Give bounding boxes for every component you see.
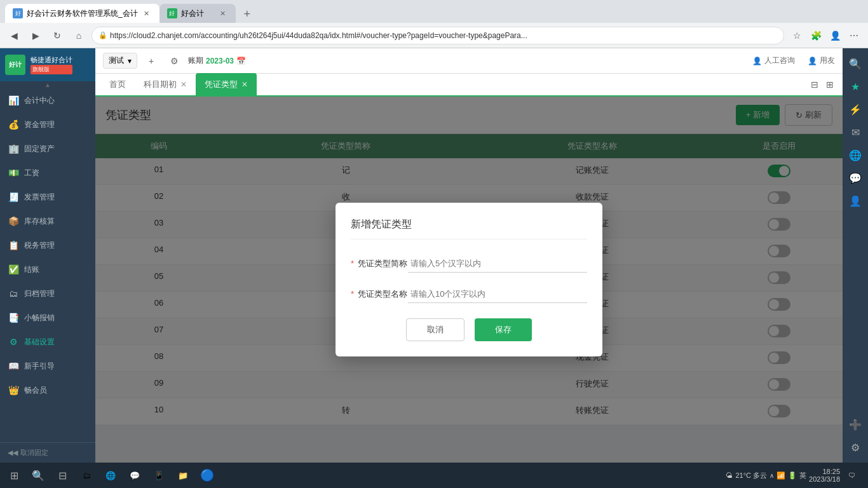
new-tab-button[interactable]: + xyxy=(238,5,256,23)
sidebar-item-guide[interactable]: 📖 新手引导 xyxy=(0,354,95,378)
workspace-select[interactable]: 测试 ▾ xyxy=(103,53,137,69)
sidebar-collapse-btn[interactable]: ◀◀ 取消固定 xyxy=(0,442,95,463)
sidebar-item-tax[interactable]: 📋 税务管理 xyxy=(0,233,95,257)
tray-arrows[interactable]: ∧ xyxy=(770,472,774,479)
tab-title-1: 好会计云财务软件管理系统_会计 xyxy=(27,8,138,19)
url-text: https://cloud2.chanjet.com/accounting/uh… xyxy=(110,31,527,40)
sidebar-item-expense[interactable]: 📑 小畅报销 xyxy=(0,306,95,330)
collapse-label: 取消固定 xyxy=(20,448,48,458)
right-search-btn[interactable]: 🔍 xyxy=(845,53,865,74)
sidebar-item-dashboard[interactable]: 📊 会计中心 xyxy=(0,88,95,112)
sidebar-item-capital[interactable]: 💰 资金管理 xyxy=(0,112,95,137)
form-row-short: * 凭证类型简称 xyxy=(351,255,587,273)
voucher-name-input[interactable] xyxy=(408,285,587,303)
tab-bar: 好 好会计云财务软件管理系统_会计 ✕ 好 好会计 ✕ + xyxy=(0,0,868,23)
url-input[interactable]: 🔒 https://cloud2.chanjet.com/accounting/… xyxy=(92,27,784,44)
right-globe-btn[interactable]: 🌐 xyxy=(845,145,865,165)
tab-subjects-close[interactable]: ✕ xyxy=(180,80,187,89)
taskbar-app-browser[interactable]: 🌐 xyxy=(99,464,122,487)
user-btn[interactable]: 👤 用友 xyxy=(808,55,835,66)
logo-text-container: 畅捷通好合计 旗舰版 xyxy=(31,55,72,74)
page-tabs: 首页 科目期初 ✕ 凭证类型 ✕ ⊟ ⊞ xyxy=(95,74,843,97)
cancel-button[interactable]: 取消 xyxy=(406,318,465,341)
browser-tab-2[interactable]: 好 好会计 ✕ xyxy=(159,4,236,23)
right-user-btn[interactable]: 👤 xyxy=(845,191,865,211)
tab-home[interactable]: 首页 xyxy=(100,73,135,96)
sidebar-item-inventory[interactable]: 📦 库存核算 xyxy=(0,209,95,233)
browser-actions: ☆ 🧩 👤 ⋯ xyxy=(788,27,863,44)
required-star-2: * xyxy=(351,289,354,299)
dashboard-icon: 📊 xyxy=(8,95,19,106)
sidebar-logo: 好计 畅捷通好合计 旗舰版 xyxy=(0,48,95,81)
period-info: 账期 2023-03 📅 xyxy=(188,55,246,66)
extension-btn[interactable]: 🧩 xyxy=(807,27,825,44)
sidebar-label-tax: 税务管理 xyxy=(24,240,55,251)
tab-close-2[interactable]: ✕ xyxy=(218,8,228,18)
profile-btn[interactable]: 👤 xyxy=(826,27,844,44)
refresh-button[interactable]: ↻ xyxy=(48,27,66,44)
home-button[interactable]: ⌂ xyxy=(70,27,88,44)
sidebar-item-fixed[interactable]: 🏢 固定资产 xyxy=(0,137,95,161)
search-taskbar-btn[interactable]: 🔍 xyxy=(27,464,50,487)
bookmark-star[interactable]: ☆ xyxy=(788,27,806,44)
tab-home-label: 首页 xyxy=(109,79,126,90)
lock-icon: 🔒 xyxy=(98,31,107,39)
right-mail-btn[interactable]: ✉ xyxy=(845,122,865,142)
tab-subjects[interactable]: 科目期初 ✕ xyxy=(135,73,196,96)
menu-btn[interactable]: ⋯ xyxy=(845,27,863,44)
tab-maximize-btn[interactable]: ⊞ xyxy=(822,77,837,92)
tab-subjects-label: 科目期初 xyxy=(144,79,177,90)
consult-label: 人工咨询 xyxy=(764,55,795,66)
voucher-short-input[interactable] xyxy=(408,255,587,273)
tab-voucher-type[interactable]: 凭证类型 ✕ xyxy=(196,73,257,96)
sidebar-item-settings[interactable]: ⚙ 基础设置 xyxy=(0,330,95,354)
taskbar-app-edge[interactable]: 🔵 xyxy=(196,464,219,487)
save-button[interactable]: 保存 xyxy=(475,318,532,341)
tab-minimize-btn[interactable]: ⊟ xyxy=(807,77,822,92)
right-chat-btn[interactable]: 💬 xyxy=(845,168,865,188)
main-content: 测试 ▾ + ⚙ 账期 2023-03 📅 👤 人工咨询 👤 用友 xyxy=(95,48,843,463)
right-settings-btn[interactable]: ⚙ xyxy=(845,437,865,458)
right-lightning-btn[interactable]: ⚡ xyxy=(845,99,865,119)
tab-voucher-type-close[interactable]: ✕ xyxy=(241,80,248,89)
fixed-icon: 🏢 xyxy=(8,143,19,154)
tab-favicon-2: 好 xyxy=(167,8,177,18)
form-label-name: * 凭证类型名称 xyxy=(351,288,408,300)
task-view-btn[interactable]: ⊟ xyxy=(51,464,74,487)
browser-chrome: 好 好会计云财务软件管理系统_会计 ✕ 好 好会计 ✕ + ◀ ▶ ↻ ⌂ 🔒 … xyxy=(0,0,868,48)
tab-close-1[interactable]: ✕ xyxy=(142,8,152,18)
tab-favicon-1: 好 xyxy=(13,8,23,18)
calendar-icon[interactable]: 📅 xyxy=(236,57,246,65)
forward-button[interactable]: ▶ xyxy=(27,27,44,44)
notification-btn[interactable]: 🗨 xyxy=(843,466,860,484)
right-star-btn[interactable]: ★ xyxy=(845,76,865,97)
sidebar-item-checkout[interactable]: ✅ 结账 xyxy=(0,257,95,281)
add-workspace-btn[interactable]: + xyxy=(142,52,160,70)
right-plus-btn[interactable]: ➕ xyxy=(845,414,865,435)
clock-time: 18:25 xyxy=(809,468,840,475)
sidebar-item-invoice[interactable]: 🧾 发票管理 xyxy=(0,185,95,209)
browser-tab-1[interactable]: 好 好会计云财务软件管理系统_会计 ✕ xyxy=(5,4,159,23)
guide-icon: 📖 xyxy=(8,360,19,372)
page-content: 凭证类型 + 新增 ↻ 刷新 编码 凭证类型简称 凭证类型名称 xyxy=(95,97,843,463)
address-bar: ◀ ▶ ↻ ⌂ 🔒 https://cloud2.chanjet.com/acc… xyxy=(0,23,868,48)
clock-date: 2023/3/18 xyxy=(809,475,840,483)
scroll-up-arrow[interactable]: ▲ xyxy=(0,81,95,88)
taskbar-app-files[interactable]: 🗂 xyxy=(75,464,98,487)
taskbar-app-folder[interactable]: 📁 xyxy=(172,464,194,487)
tray-wifi: 📶 xyxy=(776,471,785,480)
form-label-short: * 凭证类型简称 xyxy=(351,258,408,269)
sidebar-item-member[interactable]: 👑 畅会员 xyxy=(0,378,95,402)
start-button[interactable]: ⊞ xyxy=(3,464,25,487)
app-container: 好计 畅捷通好合计 旗舰版 ▲ 📊 会计中心 💰 资金管理 🏢 固定资产 💵 xyxy=(0,48,868,463)
taskbar: ⊞ 🔍 ⊟ 🗂 🌐 💬 📱 📁 🔵 🌤 21°C 多云 ∧ 📶 🔋 英 18:2… xyxy=(0,463,868,488)
back-button[interactable]: ◀ xyxy=(5,27,23,44)
taskbar-app-mobile[interactable]: 📱 xyxy=(147,464,170,487)
taskbar-app-wechat[interactable]: 💬 xyxy=(123,464,146,487)
consult-btn[interactable]: 👤 人工咨询 xyxy=(752,55,795,66)
sidebar-item-archive[interactable]: 🗂 归档管理 xyxy=(0,281,95,306)
sidebar-item-payroll[interactable]: 💵 工资 xyxy=(0,161,95,185)
settings-gear-btn[interactable]: ⚙ xyxy=(165,52,183,70)
collapse-arrow: ◀◀ xyxy=(8,449,18,457)
form-row-name: * 凭证类型名称 xyxy=(351,285,587,303)
